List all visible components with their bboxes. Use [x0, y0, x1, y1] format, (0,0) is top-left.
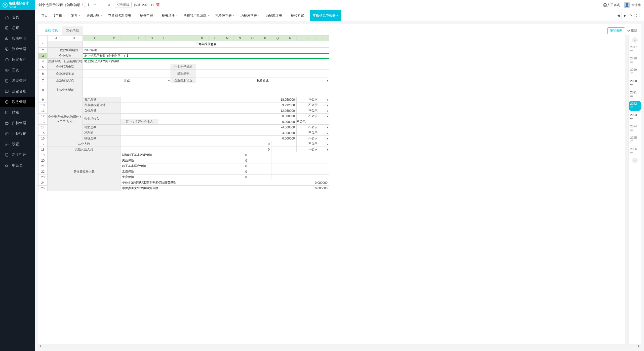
col-Q[interactable]: Q: [271, 36, 284, 41]
year-2021[interactable]: 2021年: [629, 90, 641, 99]
r17-val[interactable]: 0: [120, 141, 271, 147]
nav-reports[interactable]: 报表中心: [0, 33, 35, 44]
r12-val[interactable]: 0.000000: [120, 114, 297, 119]
r16-pub[interactable]: 不公示: [297, 136, 329, 141]
r11-val[interactable]: 12.050000: [120, 108, 297, 114]
r2-val[interactable]: 2022年度: [83, 48, 329, 53]
tab-8[interactable]: 税负波动表×: [212, 10, 237, 21]
r25-val[interactable]: 0.000000: [221, 186, 329, 191]
tab-close-icon[interactable]: ×: [337, 14, 338, 17]
col-E[interactable]: E: [120, 36, 133, 41]
r14-pub[interactable]: 不公示: [297, 125, 329, 130]
tab-5[interactable]: 税务申报×: [137, 10, 159, 21]
tab-6[interactable]: 税表清册×: [159, 10, 181, 21]
tab-4[interactable]: 存货别名对照表×: [105, 10, 137, 21]
r22-val[interactable]: 0: [221, 169, 271, 174]
r15-val[interactable]: -4.000000: [120, 130, 297, 136]
col-M[interactable]: M: [221, 36, 234, 41]
tab-close-icon[interactable]: ×: [258, 14, 260, 17]
nav-guide[interactable]: 新手引导: [0, 150, 35, 160]
period-value[interactable]: 2023-11: [142, 3, 154, 7]
nav-salary[interactable]: 工资: [0, 65, 35, 76]
r5-val2[interactable]: [196, 64, 329, 70]
col-F[interactable]: F: [133, 36, 146, 41]
tabs-close-all-icon[interactable]: ✕: [628, 12, 634, 19]
tab-close-icon[interactable]: ×: [176, 14, 178, 17]
tab-11[interactable]: 税检专家×: [288, 10, 310, 21]
add-icon[interactable]: ＋: [98, 3, 105, 7]
refresh-button[interactable]: ⟳ 刷新: [627, 29, 637, 33]
col-O[interactable]: O: [246, 36, 259, 41]
horizontal-scrollbar[interactable]: [38, 344, 641, 348]
r19-val[interactable]: 0: [221, 152, 271, 158]
tab-7[interactable]: 所得税汇算清缴×: [181, 10, 212, 21]
year-2018[interactable]: 2018年: [629, 56, 641, 65]
col-R[interactable]: R: [284, 36, 297, 41]
select-all-corner[interactable]: [38, 36, 48, 41]
r10-pub[interactable]: 不公示: [297, 102, 329, 108]
r5-val1[interactable]: [83, 64, 171, 70]
year-2022[interactable]: 2022年: [629, 101, 641, 111]
col-T[interactable]: T: [317, 36, 329, 41]
avatar-icon[interactable]: 👤: [624, 2, 630, 8]
year-2019[interactable]: 2019年: [629, 67, 641, 77]
nav-purchase[interactable]: 进销台账: [0, 86, 35, 97]
r21-val[interactable]: 0: [221, 163, 271, 169]
reset-button[interactable]: 重置报表: [607, 27, 625, 34]
col-P[interactable]: P: [259, 36, 271, 41]
tab-close-icon[interactable]: ×: [63, 14, 65, 17]
tabs-fullscreen-icon[interactable]: ⛶: [634, 12, 641, 19]
nav-ledger[interactable]: 总账: [0, 23, 35, 33]
nav-vip[interactable]: 畅会员: [0, 160, 35, 171]
calendar-icon[interactable]: 📅: [156, 3, 160, 7]
r15-pub[interactable]: 不公示: [297, 130, 329, 136]
col-L[interactable]: L: [209, 36, 221, 41]
r9-pub[interactable]: 不公示: [297, 97, 329, 102]
account-dropdown-icon[interactable]: ﹀: [92, 3, 98, 7]
subtab-basic[interactable]: 基础信息: [41, 26, 62, 35]
vertical-scrollbar[interactable]: [625, 35, 628, 344]
col-K[interactable]: K: [196, 36, 209, 41]
tab-close-icon[interactable]: ×: [78, 14, 80, 17]
nav-settings[interactable]: 设置: [0, 139, 35, 150]
nav-funds[interactable]: 资金管理: [0, 44, 35, 54]
tab-close-icon[interactable]: ×: [154, 14, 156, 17]
year-2020[interactable]: 2020年: [629, 78, 641, 88]
old-version-button[interactable]: 切到旧版: [115, 2, 132, 8]
tabs-prev-icon[interactable]: ◀: [615, 12, 621, 19]
col-A[interactable]: A: [48, 36, 65, 41]
tabs-next-icon[interactable]: ▶: [621, 12, 628, 19]
spreadsheet[interactable]: AB CD EF GH IJ KL MN OP QR ST: [38, 35, 625, 344]
r17-pub[interactable]: 不公示: [297, 141, 329, 147]
subtab-other[interactable]: 其他信息: [62, 26, 83, 35]
tab-close-icon[interactable]: ×: [132, 14, 134, 17]
gear-icon[interactable]: ⚙: [105, 3, 112, 7]
r7-val[interactable]: 开业: [83, 78, 171, 83]
year-2026[interactable]: 2026年: [629, 146, 641, 156]
year-2017[interactable]: 2017年: [629, 44, 641, 54]
nav-close[interactable]: 结账: [0, 107, 35, 118]
r20-val[interactable]: 0: [221, 158, 271, 163]
nav-expense[interactable]: 小畅报销: [0, 128, 35, 139]
col-H[interactable]: H: [158, 36, 171, 41]
r10-val[interactable]: 9.992000: [120, 102, 297, 108]
r7-val2[interactable]: 私营企业: [196, 78, 329, 83]
tab-9[interactable]: 纳税波动表×: [237, 10, 263, 21]
nav-invoice[interactable]: 发票管理: [0, 76, 35, 86]
r3-val[interactable]: 刘小艳演示账套（勿删勿动！）1: [83, 53, 329, 59]
nav-home[interactable]: 首页: [0, 12, 35, 23]
r4-val[interactable]: 91320811MA7NGR2W6R: [83, 59, 329, 64]
tab-12[interactable]: 年报信息申报表×: [310, 10, 341, 21]
r18-pub[interactable]: 不公示: [297, 147, 329, 152]
year-2023[interactable]: 2023年: [629, 112, 641, 122]
tab-0[interactable]: 首页: [38, 10, 51, 21]
tab-close-icon[interactable]: ×: [305, 14, 307, 17]
col-G[interactable]: G: [146, 36, 158, 41]
nav-tax[interactable]: 税务管理: [0, 97, 35, 107]
r18-val[interactable]: 0: [120, 147, 271, 152]
year-down-icon[interactable]: ﹀: [632, 158, 638, 163]
col-S[interactable]: S: [297, 36, 317, 41]
year-up-icon[interactable]: ︿: [632, 37, 638, 43]
r24-val[interactable]: 0.000000: [221, 180, 329, 186]
col-B[interactable]: B: [65, 36, 83, 41]
